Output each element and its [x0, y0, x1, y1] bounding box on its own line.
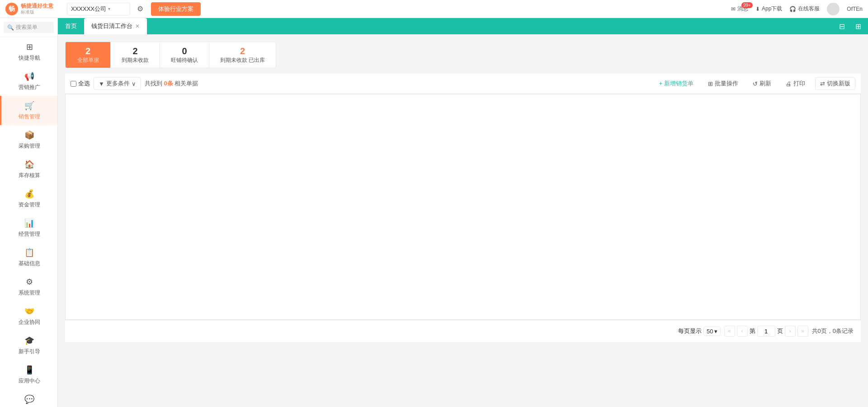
sidebar-item-sales[interactable]: 🛒 销售管理: [0, 96, 57, 125]
maximize-button[interactable]: ⊞: [852, 20, 864, 33]
sidebar-label-quick-nav: 快捷导航: [19, 54, 40, 62]
stats-tab-all[interactable]: 2 全部单据: [66, 42, 111, 68]
next-page-button[interactable]: ›: [785, 326, 796, 337]
print-icon: 🖨: [786, 80, 792, 87]
first-page-button[interactable]: «: [724, 326, 735, 337]
print-label: 打印: [793, 80, 805, 88]
page-size-value: 50: [707, 328, 713, 335]
guide-icon: 🎓: [24, 335, 35, 346]
app-download-button[interactable]: ⬇ App下载: [755, 5, 782, 13]
select-all-checkbox[interactable]: 全选: [71, 80, 90, 88]
download-icon: ⬇: [755, 6, 760, 12]
sidebar-item-basics[interactable]: 📋 基础信息: [0, 243, 57, 272]
inventory-icon: 🏠: [24, 159, 35, 170]
sidebar-label-operations: 经营管理: [19, 230, 40, 238]
message-icon: ✉: [731, 6, 736, 12]
sidebar-item-finance[interactable]: 💰 资金管理: [0, 184, 57, 213]
logo-sub: 标准版: [21, 9, 53, 15]
trial-button[interactable]: 体验行业方案: [151, 2, 201, 16]
settings-button[interactable]: ⚙: [133, 2, 147, 16]
page-nav: « ‹ 第 页 › »: [724, 326, 808, 337]
message-badge: 99+: [741, 2, 753, 8]
page-size-dropdown[interactable]: 50 ▾: [703, 327, 720, 336]
last-page-button[interactable]: »: [797, 326, 808, 337]
sidebar-item-app-center[interactable]: 📱 应用中心: [0, 360, 57, 389]
app-download-label: App下载: [762, 5, 782, 13]
sidebar-item-guide[interactable]: 🎓 新手引导: [0, 331, 57, 360]
sidebar-item-enterprise[interactable]: 🤝 企业协同: [0, 301, 57, 331]
new-sale-label: + 新增销货单: [659, 80, 693, 88]
avatar[interactable]: [827, 3, 840, 15]
batch-button[interactable]: ⊞ 批量操作: [703, 78, 743, 89]
sidebar-item-inventory[interactable]: 🏠 库存核算: [0, 154, 57, 184]
sidebar-label-enterprise: 企业协同: [19, 318, 40, 326]
logo-title: 畅捷通好生意: [21, 3, 53, 9]
page-size-label: 每页显示: [678, 327, 702, 335]
stats-count-all: 2: [76, 46, 99, 56]
tab-cash-flow[interactable]: 钱货日清工作台 ✕: [84, 18, 147, 34]
company-name: XXXXXX公司: [71, 5, 106, 13]
stats-count-shipped: 2: [220, 46, 265, 56]
switch-version-button[interactable]: ⇄ 切换新版: [815, 77, 855, 90]
sidebar-item-system[interactable]: ⚙ 系统管理: [0, 272, 57, 301]
online-service-button[interactable]: 🎧 在线客服: [789, 5, 820, 13]
minimize-button[interactable]: ⊟: [835, 20, 848, 33]
cart-icon: 🛒: [24, 100, 35, 111]
top-header: 畅 畅捷通好生意 标准版 XXXXXX公司 ▾ ⚙ 体验行业方案 ✉ 消息 99…: [0, 0, 868, 18]
company-selector[interactable]: XXXXXX公司 ▾: [67, 3, 130, 15]
refresh-button[interactable]: ↺ 刷新: [748, 78, 776, 89]
sidebar-label-sales: 销售管理: [19, 113, 40, 121]
checkbox-input[interactable]: [71, 81, 76, 87]
avatar-name: OfTEn: [847, 6, 863, 12]
print-button[interactable]: 🖨 打印: [781, 78, 810, 89]
toolbar-right: + 新增销货单 ⊞ 批量操作 ↺ 刷新 🖨 打印 ⇄ 切换新版: [653, 77, 855, 90]
sidebar-label-guide: 新手引导: [19, 348, 40, 356]
page-size-select[interactable]: 每页显示 50 ▾: [678, 327, 720, 336]
result-suffix: 相关单据: [175, 80, 198, 87]
stats-tab-overdue[interactable]: 2 到期未收款: [111, 42, 160, 68]
sidebar: 🔍 搜索菜单 ⊞ 快捷导航 📢 营销推广 🛒 销售管理 📦 采购管理 🏠 库存核…: [0, 0, 58, 407]
dropdown-arrow: ▾: [714, 328, 717, 335]
chevron-icon: ∨: [132, 80, 136, 87]
sidebar-label-finance: 资金管理: [19, 201, 40, 209]
grid-icon: ⊞: [24, 42, 35, 52]
system-icon: ⚙: [24, 276, 35, 287]
sidebar-item-marketing[interactable]: 📢 营销推广: [0, 66, 57, 96]
filter-label: 更多条件: [106, 80, 130, 88]
result-text: 共找到 0条 相关单据: [145, 80, 198, 88]
tab-home[interactable]: 首页: [58, 18, 84, 34]
stats-label-shipped: 到期未收款 已出库: [220, 56, 265, 64]
sidebar-label-app-center: 应用中心: [19, 377, 40, 385]
page-text2: 页: [777, 327, 783, 335]
sidebar-item-operations[interactable]: 📊 经营管理: [0, 213, 57, 243]
search-menu-button[interactable]: 🔍 搜索菜单: [4, 22, 54, 33]
sidebar-item-quick-nav[interactable]: ⊞ 快捷导航: [0, 37, 57, 66]
main-content: 2 全部单据 2 到期未收款 0 旺铺待确认 2 到期未收款 已出库 全选 ▼ …: [58, 34, 868, 407]
sidebar-item-purchase[interactable]: 📦 采购管理: [0, 125, 57, 154]
stats-tab-pending[interactable]: 0 旺铺待确认: [160, 42, 209, 68]
header-right: ✉ 消息 99+ ⬇ App下载 🎧 在线客服 OfTEn: [731, 3, 863, 15]
new-sale-button[interactable]: + 新增销货单: [653, 78, 698, 89]
operations-icon: 📊: [24, 218, 35, 229]
sidebar-label-marketing: 营销推广: [19, 84, 40, 91]
sidebar-search[interactable]: 🔍 搜索菜单: [0, 18, 57, 37]
purchase-icon: 📦: [24, 130, 35, 140]
toolbar: 全选 ▼ 更多条件 ∨ 共找到 0条 相关单据 + 新增销货单 ⊞ 批量操作 ↺: [65, 74, 861, 94]
toolbar-left: 全选 ▼ 更多条件 ∨ 共找到 0条 相关单据: [71, 77, 649, 90]
page-input[interactable]: [757, 326, 775, 337]
message-button[interactable]: ✉ 消息 99+: [731, 5, 748, 13]
stats-tab-shipped[interactable]: 2 到期未收款 已出库: [209, 42, 276, 68]
refresh-icon: ↺: [753, 80, 758, 87]
table-area: [65, 94, 861, 320]
close-tab-icon[interactable]: ✕: [135, 23, 140, 29]
filter-button[interactable]: ▼ 更多条件 ∨: [94, 77, 141, 90]
switch-label: 切换新版: [827, 80, 850, 88]
nav-tabs-bar: 首页 钱货日清工作台 ✕ ⊟ ⊞: [58, 18, 868, 34]
chevron-down-icon: ▾: [108, 6, 110, 11]
prev-page-button[interactable]: ‹: [737, 326, 748, 337]
sidebar-label-inventory: 库存核算: [19, 172, 40, 179]
sidebar-item-wechat[interactable]: 💬 企业微信: [0, 389, 57, 407]
sidebar-label-purchase: 采购管理: [19, 142, 40, 150]
stats-count-overdue: 2: [122, 46, 149, 56]
finance-icon: 💰: [24, 188, 35, 199]
